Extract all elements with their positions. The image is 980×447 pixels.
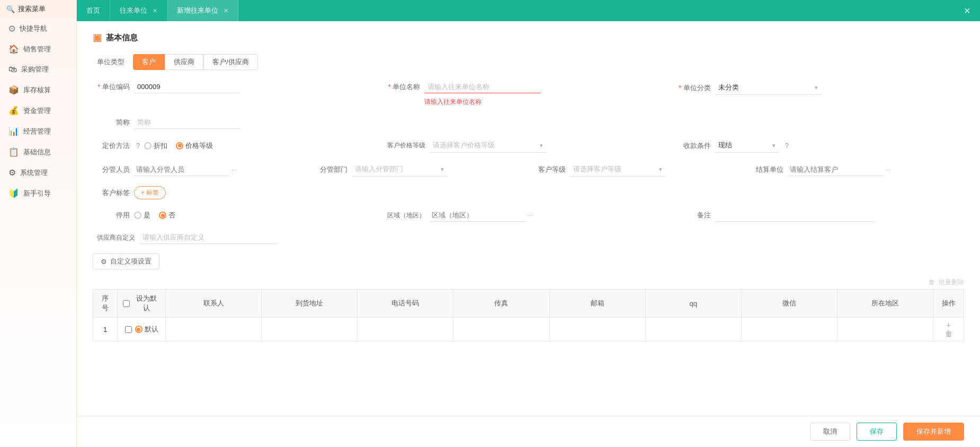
unit-category-label: 单位分类 [674, 83, 711, 93]
sidebar-item-system[interactable]: ⚙ 系统管理 [0, 162, 76, 183]
pricing-level-radio[interactable]: 价格等级 [176, 141, 213, 151]
sidebar-item-quick-nav[interactable]: ⊙ 快捷导航 [0, 18, 76, 39]
settlement-unit-dots-btn[interactable]: ··· [883, 164, 893, 174]
add-tag-button[interactable]: + 标签 [134, 186, 166, 199]
cell-email[interactable] [549, 318, 645, 341]
short-name-input[interactable] [134, 116, 240, 129]
customer-price-level-chevron: ▾ [540, 142, 543, 149]
batch-delete-label[interactable]: 批量删除 [939, 278, 964, 286]
tab-home[interactable]: 首页 [77, 0, 110, 21]
cell-index: 1 [93, 318, 118, 341]
section-icon: ▣ [93, 32, 102, 43]
save-and-add-button[interactable]: 保存并新增 [903, 423, 964, 441]
wechat-input[interactable] [747, 326, 832, 334]
cell-phone[interactable] [358, 318, 453, 341]
disabled-field: 停用 是 否 [93, 211, 383, 220]
search-icon: 🔍 [6, 5, 15, 13]
disabled-label: 停用 [93, 211, 130, 220]
pricing-discount-radio[interactable]: 折扣 [144, 141, 167, 151]
region-cell-input[interactable] [843, 326, 928, 334]
cell-default: 默认 [118, 318, 166, 341]
sidebar-item-basic-info[interactable]: 📋 基础信息 [0, 142, 76, 162]
manager-input[interactable] [134, 163, 227, 176]
pricing-info-icon[interactable]: ? [136, 142, 140, 150]
discount-radio-indicator [144, 142, 152, 150]
manager-label: 分管人员 [93, 165, 130, 174]
sidebar-item-operations[interactable]: 📊 经营管理 [0, 121, 76, 142]
sidebar-item-label: 快捷导航 [20, 24, 47, 33]
cancel-button[interactable]: 取消 [810, 423, 850, 441]
custom-settings-button[interactable]: ⚙ 自定义项设置 [93, 253, 159, 269]
sidebar-item-label: 采购管理 [21, 65, 49, 74]
unit-code-field: 单位编码 [93, 81, 383, 93]
settings-gear-icon: ⚙ [101, 258, 107, 266]
contact-input[interactable] [171, 326, 256, 334]
tab-new-partner-close[interactable]: ✕ [224, 7, 228, 14]
home-icon: ⊙ [8, 23, 15, 33]
unit-btn-both[interactable]: 客户/供应商 [203, 54, 258, 70]
cell-address[interactable] [262, 318, 358, 341]
disabled-no-radio[interactable]: 否 [159, 211, 175, 220]
tab-new-partner[interactable]: 新增往来单位 ✕ [167, 0, 238, 21]
row-checkbox[interactable] [125, 326, 132, 333]
tab-partners[interactable]: 往来单位 ✕ [110, 0, 167, 21]
sidebar-search-label: 搜索菜单 [18, 4, 46, 14]
sidebar-item-search[interactable]: 🔍 搜索菜单 [0, 0, 76, 18]
region-input[interactable] [430, 209, 523, 221]
sidebar-item-guide[interactable]: 🔰 新手引导 [0, 183, 76, 204]
payment-terms-label: 收款条件 [674, 141, 711, 151]
cell-fax[interactable] [453, 318, 549, 341]
customer-level-value: 请选择客户等级 [573, 164, 621, 174]
basic-info-icon: 📋 [8, 147, 19, 157]
row-add-button[interactable]: + [945, 321, 952, 329]
unit-code-input[interactable] [134, 81, 240, 93]
payment-terms-chevron: ▾ [772, 142, 776, 149]
disabled-yes-radio[interactable]: 是 [134, 211, 150, 220]
region-dots-btn[interactable]: ··· [525, 210, 535, 220]
phone-input[interactable] [363, 326, 448, 334]
email-input[interactable] [555, 326, 640, 334]
tab-bar: 首页 往来单位 ✕ 新增往来单位 ✕ ✕ [77, 0, 980, 21]
cell-contact[interactable] [166, 318, 262, 341]
unit-btn-supplier[interactable]: 供应商 [165, 54, 203, 70]
tab-partners-close[interactable]: ✕ [153, 7, 157, 14]
payment-terms-field: 收款条件 现结 ▾ ? [674, 138, 964, 153]
custom-settings-label: 自定义项设置 [110, 257, 152, 266]
operations-icon: 📊 [8, 126, 19, 136]
sidebar-item-inventory[interactable]: 📦 库存核算 [0, 80, 76, 100]
short-name-label: 简称 [93, 118, 130, 127]
save-button[interactable]: 保存 [857, 423, 897, 441]
payment-terms-value: 现结 [718, 141, 732, 150]
col-qq: qq [645, 290, 741, 318]
tab-bar-close[interactable]: ✕ [954, 6, 980, 16]
payment-terms-info-icon[interactable]: ? [785, 142, 789, 150]
default-radio[interactable]: 默认 [135, 325, 158, 334]
settlement-unit-input[interactable] [788, 163, 881, 176]
default-radio-indicator [135, 326, 142, 333]
select-all-checkbox[interactable] [123, 300, 130, 307]
supplier-custom-row: 供应商自定义 [93, 231, 964, 244]
tags-row: 客户标签 + 标签 [93, 186, 964, 199]
row-delete-button[interactable]: 🗑 [943, 329, 954, 338]
col-wechat: 微信 [741, 290, 837, 318]
col-phone: 电话号码 [358, 290, 453, 318]
unit-btn-customer[interactable]: 客户 [133, 54, 165, 70]
sidebar-item-label: 资金管理 [23, 106, 51, 116]
manager-dots-btn[interactable]: ··· [229, 164, 239, 174]
remark-input[interactable] [715, 209, 874, 222]
fax-input[interactable] [459, 326, 544, 334]
qq-input[interactable] [651, 326, 736, 334]
sidebar-item-purchase[interactable]: 🛍 采购管理 [0, 59, 76, 80]
sidebar-item-finance[interactable]: 💰 资金管理 [0, 100, 76, 121]
cell-wechat[interactable] [741, 318, 837, 341]
pricing-method-label: 定价方法 [93, 141, 130, 151]
unit-name-error: 请输入往来单位名称 [424, 98, 482, 106]
unit-name-input[interactable] [424, 81, 541, 93]
sidebar-item-sales[interactable]: 🏠 销售管理 [0, 39, 76, 59]
purchase-icon: 🛍 [8, 65, 17, 74]
cell-qq[interactable] [645, 318, 741, 341]
cell-region[interactable] [838, 318, 933, 341]
supplier-custom-input[interactable] [139, 231, 277, 244]
tags-field: 客户标签 + 标签 [93, 186, 964, 199]
address-input[interactable] [267, 326, 352, 334]
